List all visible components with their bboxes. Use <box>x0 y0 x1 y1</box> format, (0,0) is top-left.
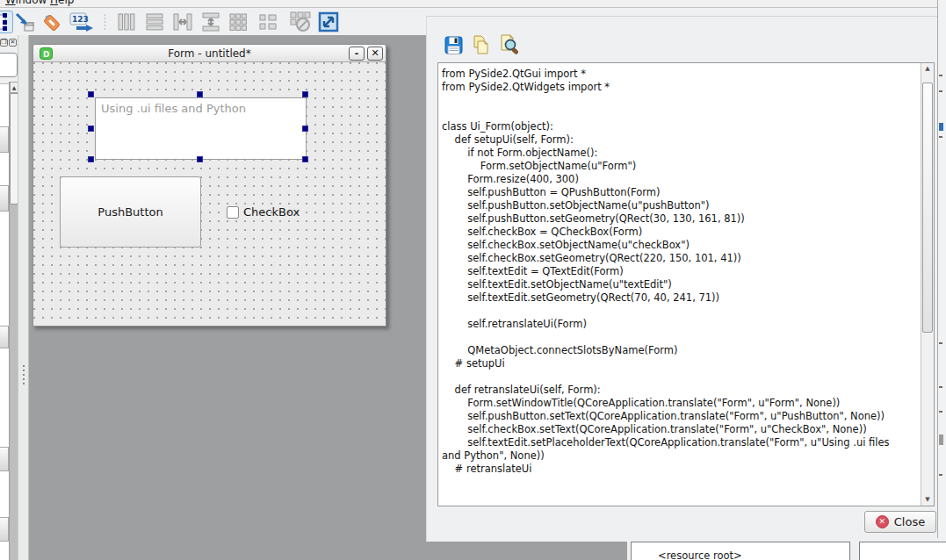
selection-handle-bottom-left[interactable] <box>88 156 94 162</box>
edit-widgets-icon <box>0 11 12 32</box>
resource-root-item[interactable]: <resource root> <box>631 542 850 560</box>
layout-vertical-splitter-icon <box>201 12 220 32</box>
scrollbar-thumb[interactable] <box>922 83 933 333</box>
resource-browser: <resource root> <box>627 538 946 560</box>
scrollbar-up-icon[interactable]: ▲ <box>921 63 934 75</box>
selection-handle-bottom-center[interactable] <box>197 156 203 162</box>
layout-horizontally-icon <box>115 11 138 33</box>
layout-form-icon <box>258 12 278 32</box>
layout-grid-icon <box>227 11 249 33</box>
save-button[interactable] <box>442 33 465 56</box>
resource-detail-box[interactable] <box>859 542 946 560</box>
layout-grid-icon <box>228 12 248 32</box>
widget-category-header[interactable] <box>0 326 9 348</box>
save-icon <box>444 36 463 54</box>
layout-vertically-icon <box>143 11 166 33</box>
qt-designer-screen: Window Help <box>0 0 946 560</box>
form-window-title: Form - untitled* <box>33 47 386 60</box>
view-code-dialog: from PySide2.QtGui import * from PySide2… <box>426 16 937 542</box>
selection-handle-bottom-right[interactable] <box>302 156 308 162</box>
widget-box-list[interactable] <box>0 83 9 560</box>
edit-widgets-icon[interactable] <box>0 11 13 33</box>
adjust-size-icon <box>318 11 339 32</box>
copy-button[interactable] <box>470 33 493 56</box>
textedit-widget[interactable]: Using .ui files and Python <box>95 97 307 160</box>
dock-splitter[interactable] <box>18 35 29 560</box>
menu-help[interactable]: Help <box>50 0 74 6</box>
edit-signals-slots-icon[interactable] <box>13 11 36 33</box>
checkbox-indicator[interactable] <box>227 206 239 219</box>
close-dialog-button[interactable]: ✕ Close <box>864 511 936 533</box>
svg-text:123: 123 <box>72 15 89 24</box>
selection-handle-top-center[interactable] <box>197 91 203 97</box>
layout-horizontal-splitter-icon <box>171 11 194 33</box>
edit-buddies-icon[interactable] <box>40 11 63 33</box>
widget-category-header[interactable] <box>0 447 9 471</box>
selection-handle-top-right[interactable] <box>302 91 308 97</box>
form-canvas[interactable]: Using .ui files and Python PushButton Ch… <box>33 62 386 326</box>
selection-handle-mid-right[interactable] <box>302 126 308 132</box>
widget-box-panel: ❐ ✕ ▲ <box>0 35 18 560</box>
resource-root-label: <resource root> <box>658 549 742 560</box>
selection-handle-top-left[interactable] <box>88 91 94 97</box>
edit-buddies-icon <box>41 11 62 32</box>
form-window: D Form - untitled* - ✕ Using .ui files a… <box>32 44 386 327</box>
layout-form-icon <box>256 11 279 33</box>
menu-bar: Window Help <box>0 0 946 8</box>
float-panel-icon[interactable]: ❐ <box>0 39 8 47</box>
layout-vertical-splitter-icon <box>199 11 222 33</box>
widget-category-header[interactable] <box>0 185 9 212</box>
copy-icon <box>472 35 491 54</box>
minimize-button[interactable]: - <box>349 47 365 61</box>
layout-horizontal-splitter-icon <box>173 12 192 32</box>
scrollbar-down-icon[interactable]: ▼ <box>921 494 934 506</box>
close-button-label: Close <box>894 515 925 528</box>
adjust-size-icon[interactable] <box>317 11 340 33</box>
close-button[interactable]: ✕ <box>367 47 383 61</box>
menu-window[interactable]: Window <box>5 0 47 6</box>
edit-tab-order-icon: 123 <box>69 11 94 32</box>
break-layout-icon <box>290 11 311 32</box>
textedit-placeholder: Using .ui files and Python <box>101 102 246 115</box>
form-window-titlebar[interactable]: D Form - untitled* - ✕ <box>33 45 386 62</box>
checkbox-label: CheckBox <box>243 205 300 219</box>
find-icon <box>499 34 522 55</box>
close-panel-icon[interactable]: ✕ <box>9 39 17 47</box>
property-panel-edge <box>937 0 946 560</box>
widget-box-scrollbar[interactable]: ▲ <box>9 82 18 560</box>
generated-python-code: from PySide2.QtGui import * from PySide2… <box>442 68 918 476</box>
checkbox-widget[interactable]: CheckBox <box>227 194 315 230</box>
widget-category-header[interactable] <box>0 517 9 542</box>
edit-tab-order-icon[interactable]: 123 <box>69 11 95 33</box>
close-icon: ✕ <box>876 515 889 528</box>
layout-horizontally-icon <box>117 12 136 32</box>
code-scrollbar[interactable]: ▲ ▼ <box>921 63 934 506</box>
toolbar-separator <box>104 13 106 31</box>
layout-vertically-icon <box>145 12 164 32</box>
find-button[interactable] <box>497 33 524 56</box>
code-view[interactable]: from PySide2.QtGui import * from PySide2… <box>437 62 935 506</box>
edit-signals-slots-icon <box>14 11 35 32</box>
widget-category-header[interactable] <box>0 126 9 153</box>
pushbutton-widget[interactable]: PushButton <box>60 176 201 248</box>
widget-filter-input[interactable] <box>0 53 18 77</box>
break-layout-icon <box>289 11 312 33</box>
selection-handle-mid-left[interactable] <box>88 126 94 132</box>
